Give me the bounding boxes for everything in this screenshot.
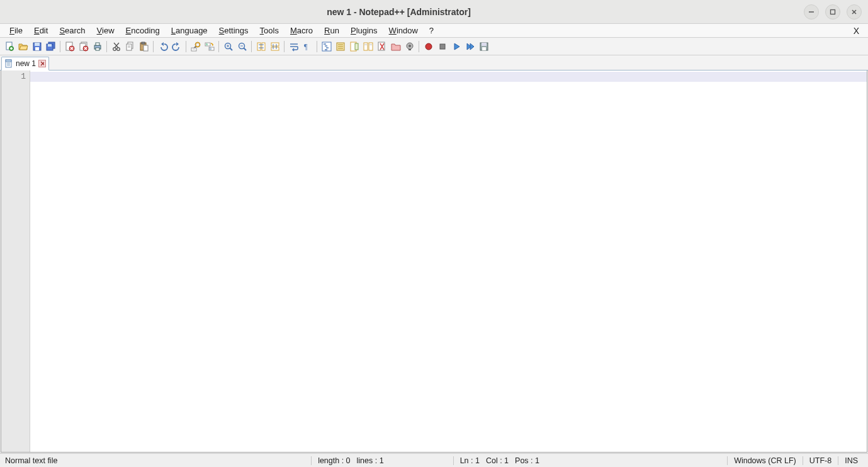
svg-rect-57 bbox=[271, 43, 279, 46]
file-tab-close-button[interactable] bbox=[38, 60, 46, 67]
status-mode[interactable]: INS bbox=[838, 456, 864, 465]
open-file-button[interactable] bbox=[16, 40, 30, 53]
svg-rect-89 bbox=[6, 60, 11, 62]
text-area[interactable] bbox=[30, 70, 867, 452]
cut-button[interactable] bbox=[110, 40, 123, 53]
print-button[interactable] bbox=[91, 40, 104, 53]
menu-view[interactable]: View bbox=[91, 25, 120, 37]
func-list-button[interactable] bbox=[375, 40, 388, 53]
doc-list-button[interactable] bbox=[361, 40, 375, 53]
status-encoding[interactable]: UTF-8 bbox=[803, 456, 838, 465]
redo-button[interactable] bbox=[170, 40, 183, 53]
record-macro-button[interactable] bbox=[422, 40, 435, 53]
menu-macro[interactable]: Macro bbox=[285, 25, 318, 37]
menu-file[interactable]: File bbox=[4, 25, 28, 37]
undo-icon bbox=[158, 42, 168, 52]
sync-v-icon bbox=[256, 42, 266, 52]
menu-edit[interactable]: Edit bbox=[28, 25, 54, 37]
sync-h-button[interactable] bbox=[268, 40, 281, 53]
status-length: length : 0 bbox=[311, 456, 356, 465]
titlebar: new 1 - Notepad++ [Administrator] bbox=[0, 0, 868, 24]
svg-rect-13 bbox=[48, 44, 52, 47]
window-controls bbox=[798, 4, 868, 20]
minimize-button[interactable] bbox=[804, 4, 819, 20]
cut-icon bbox=[111, 42, 121, 52]
close-window-button[interactable] bbox=[847, 4, 862, 20]
sync-h-icon bbox=[270, 42, 280, 52]
svg-text:a: a bbox=[206, 42, 208, 46]
stop-macro-button[interactable] bbox=[436, 40, 449, 53]
menu-tools[interactable]: Tools bbox=[254, 25, 285, 37]
tabstrip: new 1 bbox=[0, 55, 868, 70]
status-eol[interactable]: Windows (CR LF) bbox=[727, 456, 803, 465]
svg-rect-87 bbox=[482, 47, 486, 50]
undo-button[interactable] bbox=[156, 40, 169, 53]
svg-line-47 bbox=[230, 48, 232, 50]
menu-run[interactable]: Run bbox=[318, 25, 345, 37]
window-title: new 1 - Notepad++ [Administrator] bbox=[0, 7, 798, 17]
play-macro-button[interactable] bbox=[449, 40, 463, 53]
save-all-button[interactable] bbox=[44, 40, 57, 53]
maximize-button[interactable] bbox=[825, 4, 840, 20]
toolbar-separator bbox=[419, 41, 419, 52]
toolbar-separator bbox=[218, 41, 219, 52]
status-pos: Pos : 1 bbox=[515, 456, 546, 465]
document-icon bbox=[4, 59, 13, 68]
zoom-in-button[interactable] bbox=[222, 40, 235, 53]
record-macro-icon bbox=[424, 42, 434, 52]
svg-rect-54 bbox=[262, 43, 265, 50]
monitor-button[interactable] bbox=[403, 40, 416, 53]
menu-search[interactable]: Search bbox=[54, 25, 91, 37]
close-file-button[interactable] bbox=[63, 40, 76, 53]
play-multi-button[interactable] bbox=[463, 40, 476, 53]
close-all-button[interactable] bbox=[77, 40, 90, 53]
menu-plugins[interactable]: Plugins bbox=[345, 25, 383, 37]
monitor-icon bbox=[405, 42, 415, 52]
save-icon bbox=[32, 42, 42, 52]
svg-line-28 bbox=[115, 43, 119, 48]
open-file-icon bbox=[18, 42, 28, 52]
svg-rect-35 bbox=[142, 42, 145, 44]
stop-macro-icon bbox=[437, 42, 448, 52]
paste-icon bbox=[139, 42, 149, 52]
status-ln: Ln : 1 bbox=[453, 456, 486, 465]
sync-v-button[interactable] bbox=[254, 40, 268, 53]
save-macro-button[interactable] bbox=[477, 40, 490, 53]
all-chars-button[interactable]: ¶ bbox=[301, 40, 314, 53]
copy-button[interactable] bbox=[123, 40, 137, 53]
find-button[interactable] bbox=[189, 40, 202, 53]
line-number: 1 bbox=[1, 72, 26, 81]
menu-language[interactable]: Language bbox=[166, 25, 213, 37]
status-lines: lines : 1 bbox=[357, 456, 390, 465]
svg-rect-10 bbox=[35, 47, 39, 50]
toolbar-separator bbox=[153, 41, 154, 52]
close-file-icon bbox=[65, 42, 75, 52]
menu-settings[interactable]: Settings bbox=[213, 25, 254, 37]
indent-guide-button[interactable] bbox=[320, 40, 333, 53]
doc-map-button[interactable] bbox=[347, 40, 361, 53]
menu-window[interactable]: Window bbox=[383, 25, 424, 37]
save-button[interactable] bbox=[30, 40, 43, 53]
zoom-in-icon bbox=[223, 42, 234, 52]
menu-encoding[interactable]: Encoding bbox=[120, 25, 166, 37]
svg-rect-1 bbox=[831, 9, 835, 14]
replace-button[interactable]: ab bbox=[203, 40, 216, 53]
paste-button[interactable] bbox=[137, 40, 150, 53]
zoom-out-button[interactable] bbox=[235, 40, 249, 53]
svg-line-51 bbox=[244, 48, 246, 50]
lang-udf-button[interactable] bbox=[334, 40, 347, 53]
menubar-close-x[interactable]: X bbox=[848, 26, 864, 36]
new-file-button[interactable] bbox=[3, 40, 16, 53]
svg-rect-74 bbox=[355, 43, 358, 50]
file-tab-new1[interactable]: new 1 bbox=[1, 57, 49, 70]
svg-rect-86 bbox=[482, 43, 487, 46]
svg-text:b: b bbox=[210, 47, 211, 50]
find-icon bbox=[191, 42, 201, 52]
svg-rect-82 bbox=[409, 49, 411, 50]
folder-workspace-button[interactable] bbox=[389, 40, 402, 53]
menu-?[interactable]: ? bbox=[424, 25, 439, 37]
wrap-button[interactable] bbox=[287, 40, 300, 53]
play-multi-icon bbox=[465, 42, 475, 52]
func-list-icon bbox=[377, 42, 387, 52]
svg-rect-24 bbox=[96, 43, 99, 45]
